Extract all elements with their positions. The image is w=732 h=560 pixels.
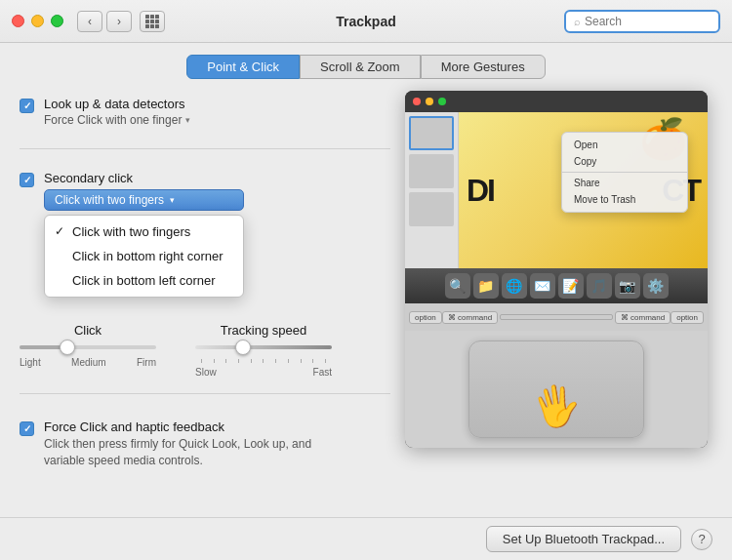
lookup-checkbox[interactable] xyxy=(20,99,34,113)
force-click-title: Force Click and haptic feedback xyxy=(44,420,346,434)
click-slider-thumb[interactable] xyxy=(60,340,75,355)
traffic-lights xyxy=(12,15,63,27)
secondary-click-setting: Secondary click Click with two fingers ▾… xyxy=(20,165,390,303)
preview-maximize-icon xyxy=(438,98,446,105)
lookup-chevron-icon: ▾ xyxy=(185,115,190,125)
grid-icon xyxy=(145,15,159,28)
menu-item-two-fingers[interactable]: Click with two fingers xyxy=(45,220,243,244)
tab-more-gestures[interactable]: More Gestures xyxy=(421,55,546,79)
tab-scroll-zoom[interactable]: Scroll & Zoom xyxy=(300,55,421,79)
lookup-title: Look up & data detectors xyxy=(44,97,190,111)
menu-item-bottom-right[interactable]: Click in bottom right corner xyxy=(45,244,243,268)
force-click-checkbox[interactable] xyxy=(20,421,34,436)
preview-thumb-3 xyxy=(409,192,454,226)
dock-icon-2: 📁 xyxy=(473,273,499,299)
preview-di-text: DI xyxy=(467,173,494,209)
dock-icon-4: ✉️ xyxy=(530,273,555,299)
separator-1 xyxy=(20,148,390,149)
search-icon: ⌕ xyxy=(574,16,581,27)
ctx-item-2: Copy xyxy=(562,153,687,170)
window-title: Trackpad xyxy=(336,14,395,29)
preview-thumb-2 xyxy=(409,154,454,188)
minimize-button[interactable] xyxy=(31,15,44,27)
dock-icon-3: 🌐 xyxy=(502,273,527,299)
titlebar: ‹ › Trackpad ⌕ xyxy=(0,0,732,43)
preview-dock: 🔍 📁 🌐 ✉️ 📝 🎵 📷 ⚙️ xyxy=(405,268,708,303)
search-input[interactable] xyxy=(585,15,711,28)
hand-icon: 🖐 xyxy=(528,380,584,433)
content-area: Look up & data detectors Force Click wit… xyxy=(0,87,732,517)
dock-icon-1: 🔍 xyxy=(445,273,470,299)
preview-close-icon xyxy=(413,98,421,105)
force-click-text: Force Click and haptic feedback Click th… xyxy=(44,420,346,469)
trackpad-device: 🖐 xyxy=(468,340,644,438)
key-space xyxy=(500,314,613,320)
secondary-click-title: Secondary click xyxy=(44,171,244,185)
dock-icon-5: 📝 xyxy=(558,273,584,299)
secondary-click-dropdown[interactable]: Click with two fingers ▾ xyxy=(44,189,244,211)
preview-context-menu: Open Copy Share Move to Trash xyxy=(561,132,688,213)
tracking-slider-group: Tracking speed Slow Fast xyxy=(195,323,332,378)
preview-thumb-1 xyxy=(409,116,454,150)
ctx-item-4: Move to Trash xyxy=(562,191,687,208)
nav-buttons: ‹ › xyxy=(77,11,132,32)
main-content: Point & Click Scroll & Zoom More Gesture… xyxy=(0,43,732,560)
maximize-button[interactable] xyxy=(51,15,63,27)
tracking-max-label: Fast xyxy=(313,367,332,378)
search-box[interactable]: ⌕ xyxy=(564,10,720,33)
secondary-click-container: Secondary click Click with two fingers ▾… xyxy=(44,171,244,298)
tracking-slider-track[interactable] xyxy=(195,345,332,349)
tabs-bar: Point & Click Scroll & Zoom More Gesture… xyxy=(0,43,732,87)
menu-item-bottom-left[interactable]: Click in bottom left corner xyxy=(45,268,243,293)
preview-inner-window: DI CT 🍊 Open Copy Share Move to Trash xyxy=(405,91,708,448)
secondary-click-menu: Click with two fingers Click in bottom r… xyxy=(44,215,244,298)
lookup-setting: Look up & data detectors Force Click wit… xyxy=(20,91,390,133)
click-slider-label: Click xyxy=(74,323,102,338)
secondary-click-checkbox[interactable] xyxy=(20,173,34,187)
preview-body: DI CT 🍊 Open Copy Share Move to Trash xyxy=(405,112,708,268)
dock-icon-7: 📷 xyxy=(615,273,640,299)
tick-marks xyxy=(195,359,332,363)
lookup-text: Look up & data detectors Force Click wit… xyxy=(44,97,190,127)
key-command-left: ⌘ command xyxy=(442,311,498,324)
preview-keyboard: option ⌘ command ⌘ command option xyxy=(405,303,708,331)
grid-button[interactable] xyxy=(140,11,165,32)
click-slider-track[interactable] xyxy=(20,345,156,349)
close-button[interactable] xyxy=(12,15,24,27)
click-min-label: Light xyxy=(20,357,41,368)
tab-point-click[interactable]: Point & Click xyxy=(186,55,300,79)
click-max-label: Firm xyxy=(137,357,156,368)
bottom-bar: Set Up Bluetooth Trackpad... ? xyxy=(0,517,732,560)
preview-trackpad-area: 🖐 xyxy=(405,331,708,448)
dock-icon-8: ⚙️ xyxy=(643,273,669,299)
help-button[interactable]: ? xyxy=(691,529,712,550)
separator-2 xyxy=(20,393,390,394)
force-click-description: Click then press firmly for Quick Look, … xyxy=(44,436,346,469)
lookup-subtitle[interactable]: Force Click with one finger ▾ xyxy=(44,113,190,127)
back-button[interactable]: ‹ xyxy=(77,11,102,32)
sliders-section: Click Light Medium Firm Tracking speed xyxy=(20,315,390,378)
tracking-slider-label: Tracking speed xyxy=(221,323,306,338)
setup-bluetooth-button[interactable]: Set Up Bluetooth Trackpad... xyxy=(486,526,681,552)
preview-main-area: DI CT 🍊 Open Copy Share Move to Trash xyxy=(459,112,708,268)
ctx-item-1: Open xyxy=(562,137,687,153)
key-option-right: option xyxy=(671,311,704,324)
force-click-setting: Force Click and haptic feedback Click th… xyxy=(20,410,390,469)
dropdown-chevron-icon: ▾ xyxy=(170,195,175,205)
tracking-slider-labels: Slow Fast xyxy=(195,367,332,378)
tracking-slider-thumb[interactable] xyxy=(235,340,251,355)
dock-icon-6: 🎵 xyxy=(587,273,612,299)
click-slider-group: Click Light Medium Firm xyxy=(20,323,156,368)
key-command-right: ⌘ command xyxy=(615,311,671,324)
tracking-min-label: Slow xyxy=(195,367,217,378)
preview-minimize-icon xyxy=(426,98,433,105)
click-slider-labels: Light Medium Firm xyxy=(20,357,156,368)
click-mid-label: Medium xyxy=(71,357,106,368)
ctx-divider xyxy=(562,172,687,173)
preview-titlebar xyxy=(405,91,708,112)
left-panel: Look up & data detectors Force Click wit… xyxy=(20,91,400,517)
right-panel: DI CT 🍊 Open Copy Share Move to Trash xyxy=(400,91,712,517)
preview-sidebar xyxy=(405,112,459,268)
key-option-left: option xyxy=(409,311,442,324)
forward-button[interactable]: › xyxy=(106,11,132,32)
